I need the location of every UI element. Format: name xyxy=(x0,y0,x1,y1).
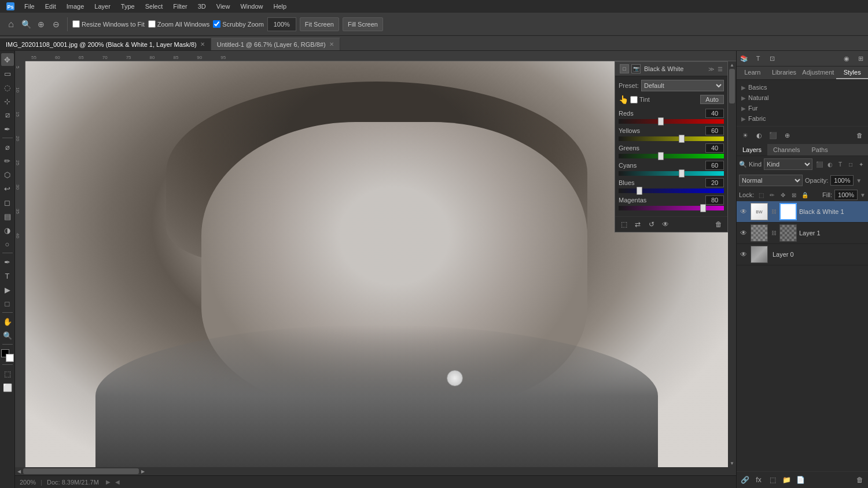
blues-thumb[interactable] xyxy=(637,187,642,195)
adjust-icon[interactable]: ⊡ xyxy=(766,52,778,65)
dodge-tool[interactable]: ○ xyxy=(1,238,14,250)
resize-windows-checkbox[interactable]: Resize Windows to Fit xyxy=(72,20,145,28)
adj-icon-4[interactable]: ⊕ xyxy=(781,129,793,142)
fill-arrow[interactable]: ▼ xyxy=(860,192,866,198)
layer-fx-btn[interactable]: fx xyxy=(753,474,764,486)
status-expand[interactable]: ◀ xyxy=(115,479,120,485)
layer-vis-layer0[interactable]: 👁 xyxy=(739,250,748,259)
type-tool[interactable]: T xyxy=(1,269,14,282)
magentas-track[interactable] xyxy=(619,206,724,210)
menu-help[interactable]: Help xyxy=(269,2,292,11)
layer-item-bw1[interactable]: 👁 BW ⛓ Black & White 1 xyxy=(737,201,868,223)
hscroll-left[interactable]: ◀ xyxy=(17,469,21,474)
channel-icon[interactable]: ◉ xyxy=(840,52,853,65)
menu-select[interactable]: Select xyxy=(141,2,168,11)
layer-link-layer1[interactable]: ⛓ xyxy=(770,228,777,238)
tab-adjustment[interactable]: Adjustment xyxy=(800,66,836,79)
adj-del-icon[interactable]: 🗑 xyxy=(853,129,866,142)
vscroll-thumb[interactable] xyxy=(729,69,735,103)
vscroll-up[interactable]: ▲ xyxy=(730,62,734,68)
history-tool[interactable]: ↩ xyxy=(1,182,14,195)
prop-eye-icon[interactable]: 👁 xyxy=(660,219,671,230)
new-layer-btn[interactable]: 📄 xyxy=(795,474,806,486)
horizontal-scrollbar[interactable]: ◀ ▶ xyxy=(15,467,736,475)
magentas-value[interactable]: 80 xyxy=(705,195,724,205)
tab-close-0[interactable]: ✕ xyxy=(200,41,205,47)
fill-screen-button[interactable]: Fill Screen xyxy=(343,17,383,31)
vscroll-down[interactable]: ▼ xyxy=(730,461,734,466)
layer-vis-bw1[interactable]: 👁 xyxy=(739,207,748,216)
reds-value[interactable]: 40 xyxy=(705,109,724,118)
lock-all[interactable]: 🔒 xyxy=(800,190,810,199)
opacity-value[interactable]: 100% xyxy=(830,175,854,186)
link-layers-btn[interactable]: 🔗 xyxy=(739,474,751,486)
tint-checkbox[interactable]: Tint xyxy=(630,96,650,103)
zoom-all-windows-checkbox[interactable]: Zoom All Windows xyxy=(148,20,209,28)
zoom-out-icon[interactable]: ⊖ xyxy=(50,18,62,31)
auto-button[interactable]: Auto xyxy=(700,95,724,104)
home-icon[interactable]: ⌂ xyxy=(5,18,17,31)
layers-tab-channels[interactable]: Channels xyxy=(767,144,806,156)
yellows-value[interactable]: 60 xyxy=(705,126,724,135)
lock-draw[interactable]: ✏ xyxy=(767,190,777,199)
prop-delete-icon[interactable]: 🗑 xyxy=(713,219,724,230)
adj-icon-3[interactable]: ⬛ xyxy=(767,129,779,142)
menu-image[interactable]: Image xyxy=(62,2,89,11)
prop-reset-icon[interactable]: ↺ xyxy=(646,219,657,230)
shape-tool[interactable]: □ xyxy=(1,297,14,310)
magentas-thumb[interactable] xyxy=(700,204,706,212)
stamp-tool[interactable]: ⬡ xyxy=(1,168,14,181)
properties-collapse[interactable]: ≫ xyxy=(708,66,714,72)
greens-track[interactable] xyxy=(619,154,724,158)
filter-smart-icon[interactable]: ✦ xyxy=(856,160,866,169)
tab-untitled-1[interactable]: Untitled-1 @ 66.7% (Layer 6, RGB/8#) ✕ xyxy=(211,38,340,50)
spot-heal-tool[interactable]: ⌀ xyxy=(1,141,14,153)
opacity-arrow[interactable]: ▼ xyxy=(856,178,862,184)
tab-styles[interactable]: Styles xyxy=(836,66,868,79)
layer-item-layer1[interactable]: 👁 ⛓ Layer 1 xyxy=(737,223,868,244)
reds-thumb[interactable] xyxy=(658,117,664,125)
delete-layer-btn[interactable]: 🗑 xyxy=(854,474,866,486)
cyans-value[interactable]: 60 xyxy=(705,161,724,170)
zoom-tool-icon[interactable]: 🔍 xyxy=(20,18,32,31)
vertical-scrollbar[interactable]: ▲ ▼ xyxy=(728,61,736,467)
blur-tool[interactable]: ◑ xyxy=(1,224,14,236)
layer-link-bw1[interactable]: ⛓ xyxy=(770,207,777,216)
greens-value[interactable]: 40 xyxy=(705,143,724,153)
fill-value[interactable]: 100% xyxy=(834,190,858,200)
quick-mask-icon[interactable]: ⬚ xyxy=(1,367,14,380)
eyedropper-tool[interactable]: ✒ xyxy=(1,123,14,135)
yellows-thumb[interactable] xyxy=(679,135,685,143)
status-arrow[interactable]: ▶ xyxy=(106,479,111,485)
lock-artboard[interactable]: ⊠ xyxy=(789,190,799,199)
libraries-icon[interactable]: 📚 xyxy=(738,52,751,65)
menu-window[interactable]: Window xyxy=(236,2,267,11)
layer-vis-layer1[interactable]: 👁 xyxy=(739,228,748,238)
filter-type-icon[interactable]: T xyxy=(836,160,845,169)
hand-tool[interactable]: ✋ xyxy=(1,315,14,328)
kind-select[interactable]: Kind xyxy=(764,158,812,170)
filter-pixel-icon[interactable]: ⬛ xyxy=(815,160,824,169)
color-swatches[interactable] xyxy=(1,349,14,362)
tab-img-0001[interactable]: IMG_20201108_0001.jpg @ 200% (Black & Wh… xyxy=(0,38,211,50)
hscroll-right[interactable]: ▶ xyxy=(141,469,145,474)
filter-shape-icon[interactable]: □ xyxy=(846,160,855,169)
brush-tool[interactable]: ✏ xyxy=(1,154,14,167)
path-select-tool[interactable]: ▶ xyxy=(1,283,14,296)
new-group-btn[interactable]: 📁 xyxy=(781,474,792,486)
yellows-track[interactable] xyxy=(619,136,724,141)
grid-icon[interactable]: ⊞ xyxy=(854,52,867,65)
scrubby-zoom-checkbox[interactable]: Scrubby Zoom xyxy=(213,20,264,28)
style-fabric[interactable]: ▶ Fabric xyxy=(739,113,866,124)
layer-mask-btn[interactable]: ⬚ xyxy=(767,474,778,486)
reds-track[interactable] xyxy=(619,119,724,124)
adj-icon-1[interactable]: ☀ xyxy=(739,129,752,142)
fit-screen-button[interactable]: Fit Screen xyxy=(300,17,339,31)
adj-icon-2[interactable]: ◐ xyxy=(753,129,766,142)
layers-tab-layers[interactable]: Layers xyxy=(737,144,767,156)
menu-type[interactable]: Type xyxy=(116,2,139,11)
lock-pixel[interactable]: ⬚ xyxy=(756,190,766,199)
style-natural[interactable]: ▶ Natural xyxy=(739,93,866,103)
blues-track[interactable] xyxy=(619,188,724,193)
menu-layer[interactable]: Layer xyxy=(90,2,115,11)
